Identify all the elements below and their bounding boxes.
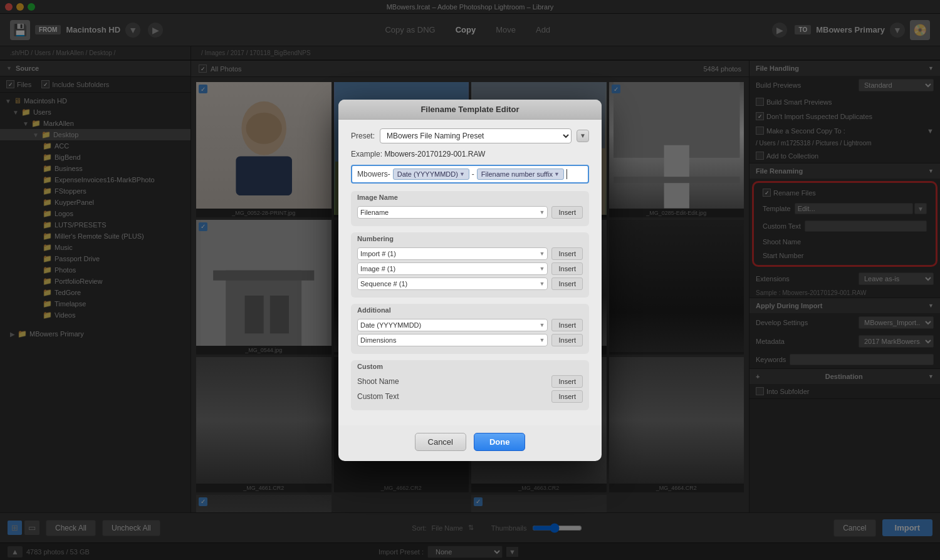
token-separator: - [472, 170, 474, 179]
dialog-done-button[interactable]: Done [474, 433, 526, 451]
sequence-num-insert-button[interactable]: Insert [551, 277, 583, 290]
sequence-num-row: Sequence # (1) ▼ Insert [357, 277, 583, 290]
custom-content: Shoot Name Insert Custom Text Insert [351, 373, 589, 410]
dialog-cancel-button[interactable]: Cancel [415, 433, 466, 451]
custom-section: Custom Shoot Name Insert Custom Text Ins… [351, 360, 589, 410]
date-row: Date (YYYYMMDD) ▼ Insert [357, 319, 583, 331]
numbering-section: Numbering Import # (1) ▼ Insert Image # … [351, 232, 589, 298]
custom-text-insert-button[interactable]: Insert [551, 390, 583, 403]
sequence-num-select[interactable]: Sequence # (1) ▼ [357, 277, 548, 290]
filename-row: Filename ▼ Insert [357, 206, 583, 219]
preset-dropdown-button[interactable]: ▼ [577, 130, 589, 142]
dimensions-row: Dimensions ▼ Insert [357, 334, 583, 346]
image-num-select[interactable]: Image # (1) ▼ [357, 262, 548, 275]
image-name-header: Image Name [351, 191, 589, 204]
dimensions-insert-button[interactable]: Insert [551, 334, 583, 346]
image-num-insert-button[interactable]: Insert [551, 262, 583, 275]
numbering-content: Import # (1) ▼ Insert Image # (1) ▼ Inse… [351, 245, 589, 298]
preset-label: Preset: [351, 132, 375, 140]
dialog-titlebar: Filename Template Editor [338, 100, 602, 120]
additional-section: Additional Date (YYYYMMDD) ▼ Insert Dime… [351, 304, 589, 354]
additional-content: Date (YYYYMMDD) ▼ Insert Dimensions ▼ In… [351, 316, 589, 354]
filename-select[interactable]: Filename ▼ [357, 206, 548, 219]
dialog-content: Preset: MBowers File Naming Preset ▼ Exa… [338, 120, 602, 425]
filename-insert-button[interactable]: Insert [551, 206, 583, 219]
example-row: Example: Mbowers-20170129-001.RAW [351, 150, 589, 158]
image-num-row: Image # (1) ▼ Insert [357, 262, 583, 275]
token-suffix[interactable]: Filename number suffix ▼ [477, 169, 564, 180]
preset-select[interactable]: MBowers File Naming Preset [380, 128, 572, 143]
import-num-select[interactable]: Import # (1) ▼ [357, 247, 548, 260]
custom-text-row: Custom Text Insert [357, 390, 583, 403]
preset-row: Preset: MBowers File Naming Preset ▼ [351, 128, 589, 143]
dimensions-select[interactable]: Dimensions ▼ [357, 334, 548, 346]
image-name-content: Filename ▼ Insert [351, 204, 589, 226]
date-select[interactable]: Date (YYYYMMDD) ▼ [357, 319, 548, 331]
additional-header: Additional [351, 304, 589, 316]
import-num-row: Import # (1) ▼ Insert [357, 247, 583, 260]
filename-template-editor-dialog: Filename Template Editor Preset: MBowers… [338, 100, 602, 461]
custom-text-label: Custom Text [357, 392, 548, 401]
numbering-header: Numbering [351, 232, 589, 245]
shoot-name-insert-button[interactable]: Insert [551, 375, 583, 388]
example-label: Example: Mbowers-20170129-001.RAW [351, 150, 485, 158]
shoot-name-label: Shoot Name [357, 377, 548, 386]
token-prefix-text: Mbowers- [357, 170, 390, 179]
date-insert-button[interactable]: Insert [551, 319, 583, 331]
import-num-insert-button[interactable]: Insert [551, 247, 583, 260]
template-token-bar[interactable]: Mbowers- Date (YYYYMMDD) ▼ - Filename nu… [351, 165, 589, 184]
image-name-section: Image Name Filename ▼ Insert [351, 191, 589, 226]
cursor [567, 169, 567, 179]
modal-overlay: Filename Template Editor Preset: MBowers… [0, 0, 940, 560]
dialog-footer: Cancel Done [338, 425, 602, 461]
custom-header: Custom [351, 360, 589, 373]
shoot-name-row: Shoot Name Insert [357, 375, 583, 388]
token-date[interactable]: Date (YYYYMMDD) ▼ [393, 169, 469, 180]
